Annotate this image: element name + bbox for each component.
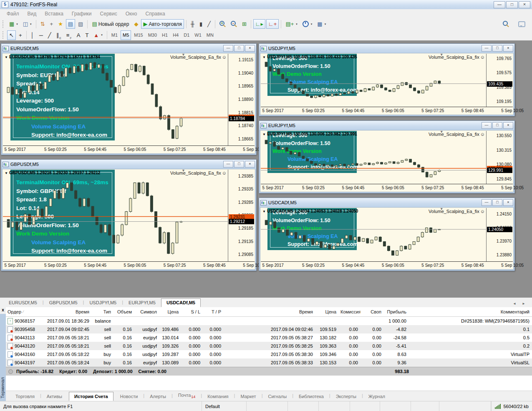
menu-Справка[interactable]: Справка — [141, 10, 169, 18]
history-table-row[interactable]: 903954582017.09.04 09:02:45sell0.16usdjp… — [6, 325, 532, 333]
fibonacci-button[interactable]: ≡F — [64, 30, 74, 40]
toolbar-grip[interactable] — [3, 20, 5, 28]
terminal-tab-1[interactable]: Торговля — [10, 392, 40, 401]
chart-tab-USDJPYfM5[interactable]: USDJPYf,M5 — [84, 298, 122, 307]
dropdown-arrow-icon[interactable]: ▾ — [311, 23, 313, 26]
tile-windows-button[interactable]: ⊞ — [240, 19, 249, 29]
zoom-out-button[interactable]: − — [229, 19, 239, 29]
time-axis[interactable]: 5 Sep 20175 Sep 03:255 Sep 04:455 Sep 06… — [3, 261, 255, 269]
dropdown-arrow-icon[interactable]: ▾ — [101, 33, 103, 37]
app-minimize-button[interactable]: — — [494, 1, 505, 8]
chart-plot-area[interactable]: TerminalMonitor ON, 84ms, ~31msSymbol: E… — [3, 54, 228, 145]
terminal-tab-4[interactable]: Новости — [115, 392, 144, 401]
timeframe-H4-button[interactable]: H4 — [171, 30, 181, 40]
vertical-line-button[interactable]: │ — [29, 30, 36, 40]
column-header-1[interactable]: Время — [42, 307, 92, 316]
chart-close-button[interactable]: × — [245, 161, 255, 168]
chart-shift-marker[interactable]: ▼ — [440, 208, 444, 211]
column-header-11[interactable]: Своп — [361, 307, 384, 316]
history-table-row[interactable]: 904431132017.09.05 05:18:21sell0.16eurjp… — [6, 333, 532, 342]
horizontal-line-button[interactable]: ─ — [37, 30, 45, 40]
time-axis[interactable]: 5 Sep 20175 Sep 03:255 Sep 04:455 Sep 06… — [261, 261, 513, 269]
menu-Вставка[interactable]: Вставка — [40, 10, 68, 18]
text-label-button[interactable]: T — [83, 30, 91, 40]
history-table-row[interactable]: ↑903681572017.09.01 18:36:29balance1 000… — [6, 317, 532, 325]
status-profile[interactable]: Default — [202, 401, 247, 411]
chart-tab-EURJPYfM5[interactable]: EURJPYf,M5 — [123, 298, 161, 307]
menu-Вид[interactable]: Вид — [23, 10, 41, 18]
periods-button[interactable]: ▾ — [300, 19, 315, 29]
chart-minimize-button[interactable]: — — [223, 45, 233, 52]
dropdown-arrow-icon[interactable]: ▾ — [30, 23, 32, 26]
column-header-9[interactable]: Цена — [315, 307, 339, 316]
column-header-13[interactable]: Комментарий — [409, 307, 532, 316]
ea-smiley-icon[interactable]: ☺ — [222, 170, 227, 175]
chart-window-titlebar[interactable]: EURJPYf,M5 — □ × — [259, 121, 514, 130]
line-chart-mode-button[interactable]: ╱ — [205, 19, 213, 29]
chart-close-button[interactable]: × — [245, 45, 255, 52]
chart-plot-area[interactable]: Leverage: 500VolumeOrderFlow: 1.50Work D… — [261, 208, 487, 261]
chart-shift-marker[interactable]: ▼ — [440, 54, 444, 57]
price-axis[interactable]: 1.293851.293351.292851.292351.291851.291… — [228, 170, 255, 261]
chart-window-titlebar[interactable]: EURUSDf,M5 — □ × — [1, 44, 256, 53]
menu-Окно[interactable]: Окно — [121, 10, 141, 18]
chart-window-titlebar[interactable]: USDCADf,M5 — □ × — [259, 198, 514, 207]
chart-window-titlebar[interactable]: GBPUSDf,M5 — □ × — [1, 160, 256, 169]
market-watch-button[interactable]: ⇅ — [38, 19, 47, 29]
ea-smiley-icon[interactable]: ☺ — [222, 55, 227, 60]
app-titlebar[interactable]: 5 479102: FortFS-Real — □ × — [0, 0, 532, 10]
cursor-button[interactable]: ↖ — [7, 30, 16, 40]
terminal-tab-9[interactable]: Сигналы — [263, 392, 292, 401]
terminal-tab-3[interactable]: История Счета — [69, 392, 113, 401]
ea-smiley-icon[interactable]: ☺ — [480, 209, 485, 214]
chart-plot-area[interactable]: Leverage: 500VolumeOrderFlow: 1.50Work D… — [261, 131, 487, 184]
terminal-tab-5[interactable]: Алерты — [144, 392, 171, 401]
zoom-in-button[interactable]: + — [217, 19, 228, 29]
crosshair-button[interactable]: + — [17, 30, 24, 40]
arrows-objects-button[interactable]: ▲▾ — [91, 30, 104, 40]
chart-minimize-button[interactable]: — — [223, 161, 233, 168]
data-window-button[interactable]: + — [48, 19, 55, 29]
timeframe-D1-button[interactable]: D1 — [182, 30, 192, 40]
price-axis[interactable]: 1.191151.190401.189651.188901.188151.187… — [228, 54, 255, 145]
text-button[interactable]: A — [75, 30, 83, 40]
app-maximize-button[interactable]: □ — [506, 1, 518, 8]
navigator-button[interactable]: ★ — [56, 19, 65, 29]
terminal-close-button[interactable]: x — [0, 307, 6, 314]
chart-restore-button[interactable]: □ — [492, 122, 502, 129]
menu-Графики[interactable]: Графики — [68, 10, 96, 18]
bar-chart-mode-button[interactable]: ╫ — [189, 19, 197, 29]
time-axis[interactable]: 5 Sep 20175 Sep 03:255 Sep 04:455 Sep 06… — [261, 184, 513, 191]
terminal-tab-7[interactable]: Компания — [202, 392, 234, 401]
chart-restore-button[interactable]: □ — [492, 45, 502, 52]
column-header-2[interactable]: Тип — [92, 307, 113, 316]
new-chart-button[interactable]: ▦▾ — [7, 19, 20, 29]
chart-close-button[interactable]: × — [503, 199, 513, 206]
chart-restore-button[interactable]: □ — [492, 199, 502, 206]
column-header-0[interactable]: Ордер∕ — [6, 307, 42, 316]
chart-restore-button[interactable]: □ — [234, 45, 244, 52]
timeframe-H1-button[interactable]: H1 — [160, 30, 170, 40]
dropdown-arrow-icon[interactable]: ▾ — [296, 23, 298, 26]
column-header-8[interactable]: Время — [224, 307, 315, 316]
terminal-button[interactable]: ▤ — [66, 19, 75, 29]
time-axis[interactable]: 5 Sep 20175 Sep 03:255 Sep 04:455 Sep 06… — [3, 145, 255, 153]
chart-plot-area[interactable]: Leverage: 500VolumeOrderFlow: 1.50Work D… — [261, 54, 487, 107]
app-close-button[interactable]: × — [519, 1, 530, 8]
autotrading-button[interactable]: ▶Авто-торговля — [141, 19, 184, 29]
chart-tab-EURUSDfM5[interactable]: EURUSDf,M5 — [3, 298, 43, 307]
price-axis[interactable]: 130.550130.315130.080129.845130.022129.9… — [486, 131, 513, 184]
ea-smiley-icon[interactable]: ☺ — [480, 55, 485, 60]
equidistant-channel-button[interactable]: ∥E — [54, 30, 63, 40]
history-table-row[interactable]: 904431602017.09.05 05:18:22buy0.16usdjpy… — [6, 350, 532, 358]
dropdown-arrow-icon[interactable]: ▾ — [325, 23, 326, 26]
chart-minimize-button[interactable]: — — [482, 199, 492, 206]
indicators-button[interactable]: ▤+▾ — [283, 19, 299, 29]
menu-Сервис[interactable]: Сервис — [96, 10, 121, 18]
chat-button[interactable] — [516, 19, 527, 29]
strategy-tester-button[interactable]: ▧ — [76, 19, 85, 29]
profiles-button[interactable]: ◫▾ — [21, 19, 34, 29]
terminal-tab-2[interactable]: Активы — [41, 392, 68, 401]
price-axis[interactable]: 1.241501.240601.239701.238801.24050 — [486, 208, 513, 261]
column-header-12[interactable]: Прибыль — [384, 307, 409, 316]
